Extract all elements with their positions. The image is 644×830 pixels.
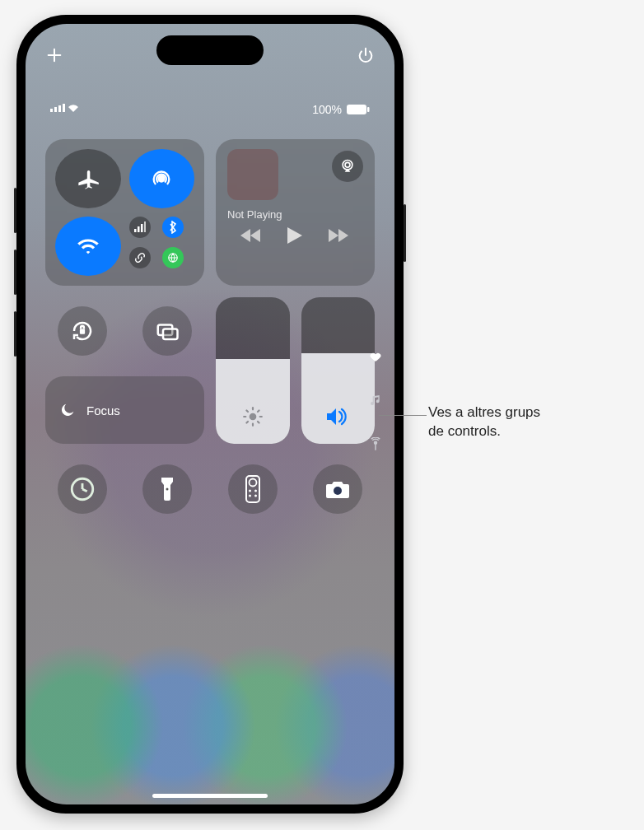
moon-icon [58,401,77,419]
sun-icon [242,406,264,431]
backward-icon [240,228,262,243]
wifi-icon [77,235,100,258]
bluetooth-toggle[interactable] [162,217,184,238]
camera-tile[interactable] [301,455,376,523]
timer-icon [68,475,96,503]
brightness-fill [216,359,290,444]
timer-tile[interactable] [45,455,119,523]
svg-line-31 [82,489,87,492]
music-page-icon[interactable] [369,393,382,411]
callout-line2: de controls. [428,423,501,439]
airplane-icon [77,167,100,190]
svg-rect-33 [246,476,259,502]
svg-point-16 [345,162,350,167]
airdrop-icon [150,167,173,190]
cellular-icon [134,221,146,233]
forward-icon [329,228,350,243]
screen-mirroring-tile[interactable] [131,297,205,365]
screen: 100% [26,24,394,804]
svg-line-25 [246,410,248,412]
status-bar: 100% [26,102,394,116]
now-playing-status: Not Playing [227,208,363,221]
svg-rect-19 [163,329,178,340]
svg-point-36 [254,490,257,492]
svg-point-15 [343,161,352,170]
play-button[interactable] [287,227,302,247]
flashlight-tile[interactable] [131,455,205,523]
svg-rect-11 [138,226,140,232]
svg-point-34 [249,479,256,487]
airplane-mode-toggle[interactable] [55,149,121,208]
connectivity-panel[interactable] [45,139,204,286]
svg-point-37 [249,495,251,497]
camera-icon [324,478,351,500]
connectivity-page-icon[interactable] [368,437,383,455]
flashlight-icon [159,476,175,502]
callout-line1: Ves a altres grups [428,404,540,420]
add-control-button[interactable] [45,46,63,64]
focus-tile[interactable]: Focus [45,376,204,444]
svg-line-26 [258,422,259,423]
svg-line-28 [258,410,259,412]
svg-rect-8 [367,107,370,112]
bluetooth-icon [168,221,178,234]
album-art-placeholder [227,149,278,200]
apple-tv-remote-tile[interactable] [216,455,290,523]
svg-rect-7 [347,105,366,114]
link-icon [134,252,146,263]
brightness-slider[interactable] [216,297,290,444]
connectivity-mini-group[interactable] [129,217,195,276]
apple-tv-remote-icon [245,475,260,503]
previous-track-button[interactable] [240,228,262,246]
svg-rect-5 [58,105,61,112]
control-center-grid: Not Playing Focus [45,139,375,523]
volume-slider[interactable] [301,297,376,444]
globe-icon [167,252,179,263]
iphone-frame: 100% [16,15,404,814]
orientation-lock-tile[interactable] [45,297,119,365]
svg-rect-4 [54,107,57,112]
screen-mirroring-icon [155,319,180,343]
svg-point-35 [249,490,251,492]
battery-icon [347,104,370,115]
media-panel[interactable]: Not Playing [216,139,375,286]
page-indicator[interactable] [368,350,383,455]
favorites-page-icon[interactable] [369,350,382,366]
airplay-icon [339,158,356,175]
callout-leader-line [379,415,427,416]
svg-line-27 [246,422,248,423]
svg-point-32 [166,488,169,491]
svg-point-39 [334,487,342,495]
speaker-icon [325,406,350,431]
orientation-lock-icon [70,319,95,343]
signal-wifi-icons [50,102,95,116]
svg-point-40 [375,441,377,444]
dynamic-island [156,35,264,65]
next-track-button[interactable] [329,228,350,246]
cellular-toggle[interactable] [129,217,151,238]
svg-point-9 [159,176,165,182]
play-icon [287,227,302,244]
svg-point-20 [249,413,256,421]
wifi-toggle[interactable] [55,217,121,276]
focus-label: Focus [86,403,120,417]
airplay-button[interactable] [332,151,363,182]
satellite-toggle[interactable] [162,247,184,268]
svg-point-38 [254,495,257,497]
hotspot-toggle[interactable] [129,247,151,268]
svg-rect-13 [144,221,146,232]
svg-rect-3 [50,109,53,112]
home-indicator[interactable] [152,794,268,798]
callout-text: Ves a altres grups de controls. [428,403,540,441]
power-button[interactable] [357,46,375,64]
svg-rect-6 [63,104,65,112]
svg-rect-10 [134,229,137,232]
battery-percent: 100% [312,103,342,116]
svg-rect-12 [141,224,143,232]
svg-rect-17 [80,329,85,334]
airdrop-toggle[interactable] [129,149,195,208]
